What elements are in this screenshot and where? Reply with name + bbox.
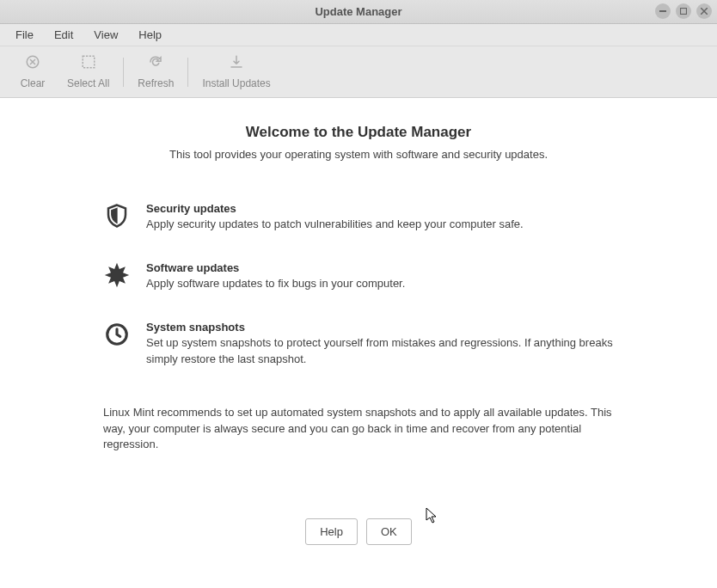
welcome-subtitle: This tool provides your operating system…	[52, 148, 665, 161]
security-updates-block: Security updates Apply security updates …	[103, 202, 614, 232]
install-icon	[229, 54, 244, 74]
select-all-icon	[81, 54, 96, 74]
snapshots-text: System snapshots Set up system snapshots…	[146, 321, 614, 366]
security-title: Security updates	[146, 202, 614, 215]
software-desc: Apply software updates to fix bugs in yo…	[146, 276, 614, 291]
menu-view[interactable]: View	[85, 26, 126, 44]
refresh-button[interactable]: Refresh	[127, 50, 184, 95]
close-button[interactable]	[696, 3, 712, 19]
minimize-button[interactable]	[655, 3, 671, 19]
menu-edit[interactable]: Edit	[46, 26, 82, 44]
snapshots-desc: Set up system snapshots to protect yours…	[146, 335, 614, 366]
select-all-button[interactable]: Select All	[57, 50, 120, 95]
shield-icon	[103, 202, 131, 230]
system-snapshots-block: System snapshots Set up system snapshots…	[103, 321, 614, 366]
menu-help[interactable]: Help	[130, 26, 170, 44]
software-text: Software updates Apply software updates …	[146, 261, 614, 291]
svg-rect-0	[659, 10, 666, 12]
security-text: Security updates Apply security updates …	[146, 202, 614, 232]
toolbar-separator	[123, 58, 124, 87]
software-updates-block: Software updates Apply software updates …	[103, 261, 614, 291]
toolbar: Clear Select All Refresh Install Updates	[0, 46, 717, 98]
svg-rect-1	[681, 9, 687, 15]
star-burst-icon	[103, 261, 131, 289]
maximize-button[interactable]	[676, 3, 691, 19]
menubar: File Edit View Help	[0, 24, 717, 46]
select-all-label: Select All	[67, 77, 109, 89]
refresh-label: Refresh	[138, 77, 174, 89]
svg-rect-7	[83, 56, 95, 68]
install-updates-button[interactable]: Install Updates	[192, 50, 280, 95]
software-title: Software updates	[146, 261, 614, 274]
welcome-header: Welcome to the Update Manager This tool …	[52, 124, 665, 161]
clear-icon	[25, 54, 40, 74]
security-desc: Apply security updates to patch vulnerab…	[146, 217, 614, 232]
refresh-icon	[148, 54, 163, 74]
toolbar-separator	[187, 58, 188, 87]
ok-button[interactable]: OK	[366, 518, 412, 545]
menu-file[interactable]: File	[7, 26, 42, 44]
welcome-title: Welcome to the Update Manager	[52, 124, 665, 141]
window-title: Update Manager	[315, 5, 401, 18]
clear-label: Clear	[21, 77, 46, 89]
install-updates-label: Install Updates	[202, 77, 270, 89]
recommendation-text: Linux Mint recommends to set up automate…	[52, 405, 665, 454]
titlebar: Update Manager	[0, 0, 717, 24]
dialog-buttons: Help OK	[52, 484, 665, 571]
help-button[interactable]: Help	[305, 518, 358, 545]
clock-icon	[103, 321, 131, 348]
info-sections: Security updates Apply security updates …	[52, 202, 665, 396]
clear-button[interactable]: Clear	[9, 50, 57, 95]
window-controls	[655, 3, 712, 19]
snapshots-title: System snapshots	[146, 321, 614, 334]
content-area: Welcome to the Update Manager This tool …	[0, 98, 717, 588]
